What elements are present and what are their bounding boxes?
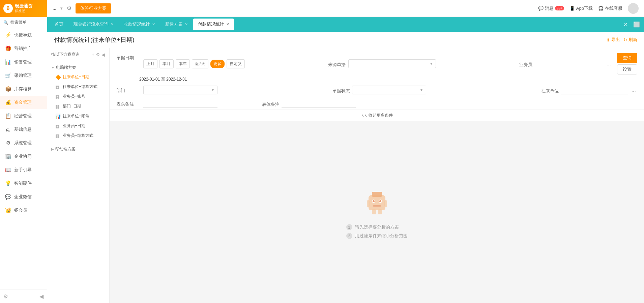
sidebar-item-finance[interactable]: 💰 资金管理	[0, 96, 47, 109]
sidebar-item-quick-nav[interactable]: ⚡ 快捷导航	[0, 28, 47, 42]
scheme-mobile-header[interactable]: ▶ 移动端方案	[47, 145, 109, 154]
sidebar-item-newbie[interactable]: 📖 新手引导	[0, 163, 47, 177]
sidebar-item-basic[interactable]: 🗂 基础信息	[0, 123, 47, 136]
scheme-collapse-icon[interactable]: ◀	[101, 52, 105, 57]
scheme-add-icon[interactable]: +	[92, 52, 94, 57]
topbar-settings-icon[interactable]: ⚙	[67, 5, 71, 11]
scheme-item-salesperson-date[interactable]: ▦ 业务员+日期	[47, 121, 109, 131]
body-note-input[interactable]	[282, 99, 356, 108]
scheme-item-dept-date[interactable]: ▦ 部门+日期	[47, 101, 109, 111]
scheme-item-partner-settlement[interactable]: ▦ 往来单位+结算方式	[47, 82, 109, 92]
btn-more[interactable]: 更多	[210, 60, 225, 68]
scheme-item-label-5: 业务员+日期	[63, 123, 85, 129]
scheme-item-label-6: 业务员+结算方式	[63, 133, 93, 139]
refresh-btn[interactable]: ↻ 刷新	[623, 37, 637, 43]
scheme-item-partner-account[interactable]: 📊 往来单位+账号	[47, 111, 109, 121]
tab-payable-close[interactable]: ✕	[226, 22, 229, 27]
basic-icon: 🗂	[5, 126, 11, 133]
tab-receivable-close[interactable]: ✕	[152, 22, 155, 27]
message-icon: 💬	[538, 6, 544, 11]
sidebar-label-basic: 基础信息	[14, 126, 32, 132]
sidebar-item-inventory[interactable]: 📦 库存核算	[0, 82, 47, 96]
scheme-item-icon-6: ▦	[55, 133, 61, 139]
btn-this-year[interactable]: 本年	[176, 59, 190, 68]
note-content: 表体备注	[143, 99, 637, 108]
doc-status-select[interactable]: ▾	[352, 86, 426, 94]
scheme-item-icon-0: 🔶	[55, 74, 61, 80]
marketing-icon: 🎁	[5, 45, 11, 52]
scheme-desktop-header[interactable]: ▼ 电脑端方案	[47, 63, 109, 72]
svg-rect-8	[384, 200, 387, 207]
dept-content: ▾ 单据状态 ▾ 往来单位 ...	[143, 86, 637, 94]
scheme-settings-icon[interactable]: ⚙	[96, 52, 100, 57]
sidebar-item-member[interactable]: 👑 畅会员	[0, 204, 47, 217]
tab-bank-flow[interactable]: 现金银行流水查询 ✕	[69, 19, 118, 30]
scheme-item-salesperson-account[interactable]: ▦ 业务员+账号	[47, 92, 109, 101]
tab-window-close-icon[interactable]: ✕	[622, 20, 629, 29]
source-select[interactable]: ▾	[348, 59, 436, 68]
sidebar: 6 畅捷通货 标准版 🔍 搜索菜单 ⚡ 快捷导航 🎁 营销推广 📊 销售管理 🛒…	[0, 0, 47, 303]
dept-select[interactable]: ▾	[143, 86, 217, 94]
logo-icon: 6	[3, 4, 13, 13]
tab-receivable[interactable]: 收款情况统计 ✕	[119, 19, 160, 30]
topbar-dropdown-icon[interactable]: ▾	[60, 6, 63, 11]
collapse-more-btn[interactable]: ∧∧ 收起更多条件	[110, 110, 644, 121]
empty-tip-2: 2 用过滤条件来缩小分析范围	[346, 233, 408, 239]
user-avatar[interactable]	[628, 3, 639, 14]
message-btn[interactable]: 💬 消息 99+	[538, 5, 564, 11]
doc-status-label: 单据状态	[332, 86, 350, 94]
tab-home-label: 首页	[55, 21, 63, 27]
salesperson-input[interactable]	[535, 60, 603, 68]
sidebar-item-purchase[interactable]: 🛒 采购管理	[0, 69, 47, 82]
tab-maximize-icon[interactable]: ⬜	[632, 20, 641, 29]
member-icon: 👑	[5, 207, 11, 214]
salesperson-dots[interactable]: ...	[605, 59, 612, 68]
header-note-input[interactable]	[143, 99, 217, 108]
trial-btn[interactable]: 体验行业方案	[76, 3, 111, 13]
app-download-btn[interactable]: 📱 App下载	[569, 5, 593, 11]
newbie-icon: 📖	[5, 166, 11, 173]
empty-illustration	[360, 185, 394, 219]
settings-btn[interactable]: 设置	[617, 64, 637, 74]
scheme-item-salesperson-settlement[interactable]: ▦ 业务员+结算方式	[47, 131, 109, 141]
svg-rect-1	[372, 192, 382, 197]
sidebar-label-operation: 经营管理	[14, 113, 32, 119]
settings-footer-icon[interactable]: ⚙	[3, 293, 8, 300]
online-service-btn[interactable]: 🎧 在线客服	[598, 5, 622, 11]
partner-input[interactable]	[561, 86, 628, 94]
btn-last7[interactable]: 近7天	[192, 59, 208, 68]
query-btn[interactable]: 查询	[617, 53, 637, 63]
btn-this-month[interactable]: 本月	[159, 59, 174, 68]
sidebar-item-hardware[interactable]: 💡 智能硬件	[0, 177, 47, 190]
partner-dots[interactable]: ...	[630, 86, 637, 94]
tab-new-scheme-close[interactable]: ✕	[185, 22, 188, 27]
collapse-sidebar-icon[interactable]: ◀	[39, 293, 43, 300]
scheme-item-label-2: 业务员+账号	[63, 94, 85, 99]
btn-last-month[interactable]: 上月	[143, 59, 157, 68]
sidebar-item-enterprise[interactable]: 🏢 企业协同	[0, 150, 47, 163]
source-label: 来源单据	[328, 60, 346, 68]
scheme-item-partner-date[interactable]: 🔶 往来单位+日期	[47, 72, 109, 82]
sidebar-nav: ⚡ 快捷导航 🎁 营销推广 📊 销售管理 🛒 采购管理 📦 库存核算 💰 资金管…	[0, 28, 47, 290]
message-label: 消息	[545, 5, 554, 11]
sidebar-item-wechat[interactable]: 💬 企业微信	[0, 190, 47, 204]
tab-new-scheme[interactable]: 新建方案 ✕	[160, 19, 193, 30]
page-header-actions: ⬆ 导出 ↻ 刷新	[606, 37, 637, 43]
tab-bank-flow-close[interactable]: ✕	[111, 22, 114, 27]
tab-bank-flow-label: 现金银行流水查询	[74, 21, 109, 27]
sidebar-item-system[interactable]: ⚙ 系统管理	[0, 136, 47, 150]
search-menu[interactable]: 🔍 搜索菜单	[0, 17, 47, 28]
export-btn[interactable]: ⬆ 导出	[606, 37, 620, 43]
export-label: 导出	[611, 37, 620, 43]
tab-home[interactable]: 首页	[50, 19, 68, 30]
tab-payable[interactable]: 付款情况统计 ✕	[193, 19, 234, 30]
sidebar-label-quick-nav: 快捷导航	[14, 32, 32, 38]
sidebar-item-marketing[interactable]: 🎁 营销推广	[0, 42, 47, 55]
scheme-item-label-0: 往来单位+日期	[63, 74, 89, 80]
content-area: 付款情况统计(往来单位+日期) ⬆ 导出 ↻ 刷新 按以下方案查询	[47, 32, 644, 303]
sidebar-item-operation[interactable]: 📋 经营管理	[0, 109, 47, 123]
btn-custom[interactable]: 自定义	[227, 59, 245, 68]
sidebar-label-newbie: 新手引导	[14, 167, 32, 173]
mobile-arrow-icon: ▶	[51, 147, 54, 151]
sidebar-item-sales[interactable]: 📊 销售管理	[0, 55, 47, 69]
